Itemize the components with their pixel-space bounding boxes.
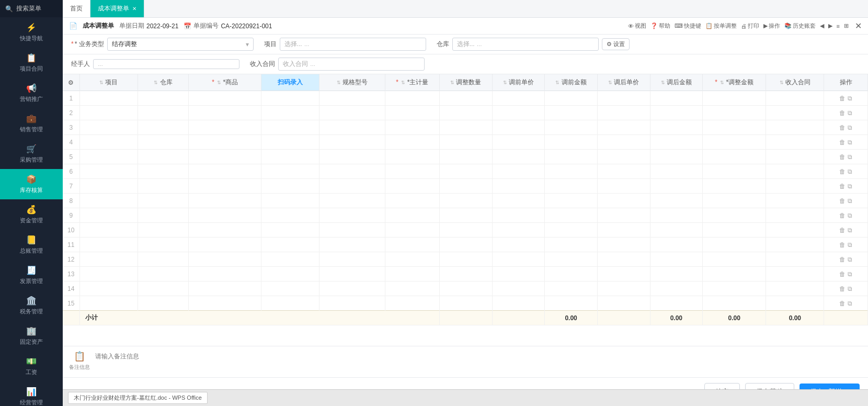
row-post-price[interactable] bbox=[597, 106, 650, 120]
row-goods[interactable] bbox=[189, 91, 261, 106]
row-pre-amt[interactable] bbox=[545, 296, 598, 311]
row-post-amt[interactable] bbox=[650, 194, 703, 208]
row-adj-amt[interactable] bbox=[703, 106, 766, 120]
row-delete-icon[interactable]: 🗑 bbox=[839, 300, 846, 307]
row-income[interactable] bbox=[766, 208, 824, 223]
row-spec[interactable] bbox=[319, 120, 385, 135]
row-income[interactable] bbox=[766, 252, 824, 267]
row-spec[interactable] bbox=[319, 238, 385, 252]
row-post-price[interactable] bbox=[597, 296, 650, 311]
row-post-price[interactable] bbox=[597, 91, 650, 106]
row-pre-amt[interactable] bbox=[545, 208, 598, 223]
tab-close-icon[interactable]: ✕ bbox=[132, 6, 136, 12]
row-copy-icon[interactable]: ⧉ bbox=[848, 197, 852, 205]
row-goods[interactable] bbox=[189, 267, 261, 281]
th-scan[interactable]: 扫码录入 bbox=[261, 74, 319, 91]
row-income[interactable] bbox=[766, 106, 824, 120]
toolbar-nav-prev[interactable]: ◀ bbox=[820, 22, 824, 29]
row-post-amt[interactable] bbox=[650, 267, 703, 281]
th-pre-amt[interactable]: ⇅ 调前金额 bbox=[545, 74, 598, 91]
row-post-price[interactable] bbox=[597, 238, 650, 252]
row-income[interactable] bbox=[766, 194, 824, 208]
row-project[interactable] bbox=[79, 150, 138, 164]
th-unit[interactable]: ⇅ *主计量 bbox=[385, 74, 439, 91]
row-spec[interactable] bbox=[319, 252, 385, 267]
row-post-amt[interactable] bbox=[650, 135, 703, 150]
row-scan[interactable] bbox=[261, 150, 319, 164]
row-delete-icon[interactable]: 🗑 bbox=[839, 109, 846, 117]
warehouse-input[interactable]: 选择... … bbox=[452, 38, 599, 51]
row-post-price[interactable] bbox=[597, 150, 650, 164]
sidebar-item-inventory[interactable]: 📦 库存核算 bbox=[0, 169, 63, 199]
row-delete-icon[interactable]: 🗑 bbox=[839, 139, 846, 146]
row-pre-price[interactable] bbox=[492, 252, 545, 267]
row-pre-amt[interactable] bbox=[545, 91, 598, 106]
row-unit[interactable] bbox=[385, 135, 439, 150]
row-project[interactable] bbox=[79, 208, 138, 223]
row-adj-qty[interactable] bbox=[440, 281, 493, 296]
row-post-amt[interactable] bbox=[650, 164, 703, 179]
row-post-amt[interactable] bbox=[650, 238, 703, 252]
row-pre-price[interactable] bbox=[492, 150, 545, 164]
row-scan[interactable] bbox=[261, 238, 319, 252]
row-scan[interactable] bbox=[261, 194, 319, 208]
row-pre-price[interactable] bbox=[492, 164, 545, 179]
th-goods[interactable]: ⇅ *商品 bbox=[189, 74, 261, 91]
income-contract-input[interactable]: 收入合同 … bbox=[278, 58, 425, 71]
row-copy-icon[interactable]: ⧉ bbox=[848, 95, 852, 102]
row-project[interactable] bbox=[79, 267, 138, 281]
row-copy-icon[interactable]: ⧉ bbox=[848, 256, 852, 263]
row-copy-icon[interactable]: ⧉ bbox=[848, 183, 852, 190]
row-pre-price[interactable] bbox=[492, 91, 545, 106]
row-adj-qty[interactable] bbox=[440, 194, 493, 208]
operator-input[interactable]: … bbox=[93, 59, 239, 69]
row-spec[interactable] bbox=[319, 106, 385, 120]
th-income[interactable]: ⇅ 收入合同 bbox=[766, 74, 824, 91]
row-project[interactable] bbox=[79, 296, 138, 311]
project-input[interactable]: 选择... … bbox=[280, 38, 426, 51]
row-goods[interactable] bbox=[189, 164, 261, 179]
row-pre-price[interactable] bbox=[492, 296, 545, 311]
row-scan[interactable] bbox=[261, 223, 319, 238]
row-project[interactable] bbox=[79, 252, 138, 267]
row-pre-amt[interactable] bbox=[545, 179, 598, 194]
row-project[interactable] bbox=[79, 135, 138, 150]
row-post-price[interactable] bbox=[597, 194, 650, 208]
row-scan[interactable] bbox=[261, 106, 319, 120]
row-copy-icon[interactable]: ⧉ bbox=[848, 300, 852, 307]
row-project[interactable] bbox=[79, 164, 138, 179]
row-adj-amt[interactable] bbox=[703, 208, 766, 223]
toolbar-review[interactable]: 📋 按单调整 bbox=[705, 22, 737, 30]
row-income[interactable] bbox=[766, 91, 824, 106]
sidebar-item-invoice-mgmt[interactable]: 🧾 发票管理 bbox=[0, 260, 63, 290]
row-income[interactable] bbox=[766, 223, 824, 238]
row-delete-icon[interactable]: 🗑 bbox=[839, 168, 846, 175]
toolbar-list-view1[interactable]: ≡ bbox=[837, 23, 840, 29]
row-spec[interactable] bbox=[319, 267, 385, 281]
row-spec[interactable] bbox=[319, 281, 385, 296]
th-project[interactable]: ⇅ 项目 bbox=[79, 74, 138, 91]
row-spec[interactable] bbox=[319, 296, 385, 311]
row-goods[interactable] bbox=[189, 120, 261, 135]
row-goods[interactable] bbox=[189, 238, 261, 252]
row-spec[interactable] bbox=[319, 208, 385, 223]
sidebar-item-quick-nav[interactable]: ⚡ 快捷导航 bbox=[0, 17, 63, 48]
toolbar-operate[interactable]: ▶ 操作 bbox=[763, 22, 780, 30]
row-unit[interactable] bbox=[385, 164, 439, 179]
row-warehouse[interactable] bbox=[138, 106, 188, 120]
row-post-price[interactable] bbox=[597, 164, 650, 179]
row-adj-qty[interactable] bbox=[440, 179, 493, 194]
row-income[interactable] bbox=[766, 238, 824, 252]
row-adj-amt[interactable] bbox=[703, 238, 766, 252]
row-adj-qty[interactable] bbox=[440, 208, 493, 223]
sidebar-search[interactable]: 🔍 搜索菜单 bbox=[0, 0, 63, 17]
row-adj-qty[interactable] bbox=[440, 267, 493, 281]
row-income[interactable] bbox=[766, 164, 824, 179]
row-pre-price[interactable] bbox=[492, 179, 545, 194]
row-adj-amt[interactable] bbox=[703, 164, 766, 179]
row-goods[interactable] bbox=[189, 194, 261, 208]
row-post-amt[interactable] bbox=[650, 179, 703, 194]
row-income[interactable] bbox=[766, 281, 824, 296]
row-warehouse[interactable] bbox=[138, 91, 188, 106]
row-warehouse[interactable] bbox=[138, 296, 188, 311]
